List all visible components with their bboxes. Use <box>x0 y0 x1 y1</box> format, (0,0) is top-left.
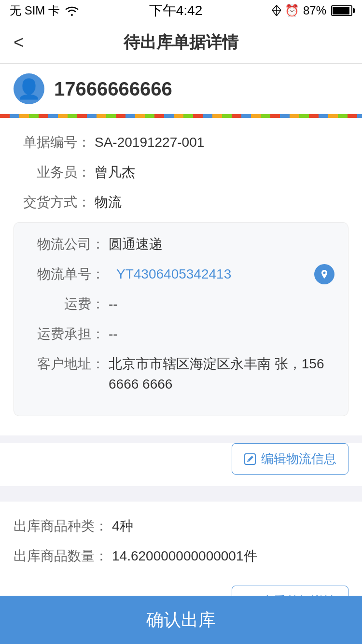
location-pin-icon[interactable] <box>314 264 334 284</box>
address-row: 客户地址： 北京市市辖区海淀区永丰南 张，156 6666 6666 <box>28 354 334 394</box>
goods-types-value: 4种 <box>112 516 348 536</box>
back-button[interactable]: < <box>14 32 24 53</box>
nav-bar: < 待出库单据详情 <box>0 21 362 64</box>
page-title: 待出库单据详情 <box>124 31 238 54</box>
freight-bearer-row: 运费承担： -- <box>28 324 334 344</box>
address-label: 客户地址： <box>28 354 105 374</box>
status-bar: 无 SIM 卡 下午4:42 ⏰ 87% <box>0 0 362 21</box>
goods-types-label: 出库商品种类： <box>14 516 108 536</box>
goods-types-row: 出库商品种类： 4种 <box>14 516 348 536</box>
tracking-no-row: 物流单号： YT43064053424​13 <box>28 264 334 284</box>
logistics-company-row: 物流公司： 圆通速递 <box>28 234 334 254</box>
battery-icon <box>331 5 352 16</box>
basic-info-section: 单据编号： SA-20191227-001 业务员： 曾凡杰 交货方式： 物流 … <box>0 118 362 435</box>
document-no-row: 单据编号： SA-20191227-001 <box>14 132 348 153</box>
tracking-no-value: YT43064053424​13 <box>116 264 306 284</box>
delivery-method-value: 物流 <box>95 192 348 212</box>
battery-percent: 87% <box>303 4 326 17</box>
tracking-no-label: 物流单号： <box>28 264 105 284</box>
svg-point-2 <box>323 272 326 274</box>
customer-phone: 17666666666 <box>54 78 172 100</box>
status-bar-right: ⏰ 87% <box>272 4 352 17</box>
goods-quantity-value: 14.620000000000001件 <box>112 546 348 566</box>
user-icon: 👤 <box>17 78 41 100</box>
sales-person-value: 曾凡杰 <box>95 162 348 182</box>
edit-logistics-button[interactable]: 编辑物流信息 <box>232 443 348 475</box>
edit-icon <box>244 453 256 465</box>
alarm-icon: ⏰ <box>285 4 299 17</box>
freight-row: 运费： -- <box>28 294 334 314</box>
freight-bearer-label: 运费承担： <box>28 324 105 344</box>
goods-section: 出库商品种类： 4种 出库商品数量： 14.620000000000001件 <box>0 502 362 586</box>
delivery-method-row: 交货方式： 物流 <box>14 192 348 212</box>
freight-value: -- <box>109 294 334 314</box>
logistics-company-value: 圆通速递 <box>109 234 334 254</box>
customer-header: 👤 17666666666 <box>0 64 362 114</box>
wifi-icon <box>65 5 79 16</box>
freight-bearer-value: -- <box>109 324 334 344</box>
section-divider <box>0 486 362 494</box>
freight-label: 运费： <box>28 294 105 314</box>
confirm-outbound-button[interactable]: 确认出库 <box>0 596 362 644</box>
delivery-method-label: 交货方式： <box>14 192 91 212</box>
sales-person-label: 业务员： <box>14 162 91 182</box>
address-value: 北京市市辖区海淀区永丰南 张，156 6666 6666 <box>109 354 334 394</box>
confirm-outbound-label: 确认出库 <box>146 608 216 632</box>
logistics-card: 物流公司： 圆通速递 物流单号： YT43064053424​13 运费： --… <box>14 222 348 416</box>
avatar: 👤 <box>14 73 44 104</box>
logistics-company-label: 物流公司： <box>28 234 105 254</box>
goods-quantity-row: 出库商品数量： 14.620000000000001件 <box>14 546 348 566</box>
status-bar-left: 无 SIM 卡 <box>10 3 79 18</box>
time-display: 下午4:42 <box>149 1 203 20</box>
sales-person-row: 业务员： 曾凡杰 <box>14 162 348 182</box>
carrier-label: 无 SIM 卡 <box>10 3 60 18</box>
goods-quantity-label: 出库商品数量： <box>14 546 108 566</box>
edit-logistics-btn-row: 编辑物流信息 <box>0 443 362 486</box>
document-no-value: SA-20191227-001 <box>95 132 348 153</box>
edit-logistics-label: 编辑物流信息 <box>261 450 336 467</box>
dashed-separator <box>0 114 362 118</box>
location-icon <box>272 5 281 16</box>
document-no-label: 单据编号： <box>14 132 91 153</box>
